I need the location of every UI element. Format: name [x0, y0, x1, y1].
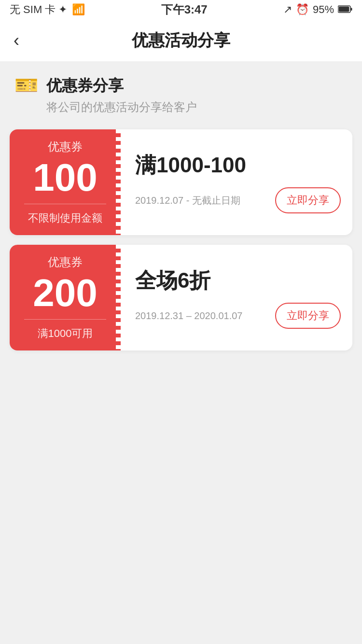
coupon-meta-1: 2019.12.07 - 无截止日期 立即分享 [135, 187, 341, 213]
status-bar: 无 SIM 卡 ✦ 📶 下午3:47 ↗ ⏰ 95% [0, 0, 362, 19]
section-title: 优惠券分享 [46, 75, 197, 97]
coupon-amount-2: 200 [33, 274, 97, 312]
coupon-meta-2: 2019.12.31 – 2020.01.07 立即分享 [135, 303, 341, 329]
coupon-divider-1 [24, 204, 106, 204]
wifi-icon: 📶 [72, 3, 85, 16]
back-button[interactable]: ‹ [14, 32, 19, 49]
coupon-left-1: 优惠券 100 不限制使用金额 [10, 129, 121, 235]
coupon-date-2: 2019.12.31 – 2020.01.07 [135, 310, 269, 322]
alarm-icon: ⏰ [296, 3, 309, 16]
status-right: ↗ ⏰ 95% [283, 3, 352, 16]
share-button-2[interactable]: 立即分享 [275, 303, 341, 329]
location-icon: ↗ [283, 3, 292, 16]
battery-icon [338, 3, 352, 16]
coupon-icon: 🎫 [14, 75, 39, 95]
section-header: 🎫 优惠券分享 将公司的优惠活动分享给客户 [0, 62, 362, 125]
svg-rect-1 [350, 8, 352, 11]
coupon-date-1: 2019.12.07 - 无截止日期 [135, 194, 269, 207]
status-left: 无 SIM 卡 ✦ 📶 [10, 2, 85, 17]
svg-rect-2 [338, 7, 349, 12]
empty-area [0, 355, 362, 597]
coupon-right-2: 全场6折 2019.12.31 – 2020.01.07 立即分享 [121, 245, 352, 350]
coupon-condition-2: 满1000可用 [38, 326, 93, 341]
share-button-1[interactable]: 立即分享 [275, 187, 341, 213]
battery-percentage: 95% [313, 3, 334, 16]
sim-icon: 无 SIM 卡 ✦ [10, 2, 67, 17]
coupon-condition-1: 不限制使用金额 [28, 211, 102, 225]
page-title: 优惠活动分享 [132, 29, 230, 52]
nav-bar: ‹ 优惠活动分享 [0, 19, 362, 62]
coupon-card-2: 优惠券 200 满1000可用 全场6折 2019.12.31 – 2020.0… [10, 245, 352, 350]
coupon-label-1: 优惠券 [48, 139, 83, 154]
coupon-divider-2 [24, 319, 106, 320]
coupon-label-2: 优惠券 [48, 254, 83, 270]
coupon-card-1: 优惠券 100 不限制使用金额 满1000-100 2019.12.07 - 无… [10, 129, 352, 235]
coupon-right-1: 满1000-100 2019.12.07 - 无截止日期 立即分享 [121, 129, 352, 235]
coupon-name-2: 全场6折 [135, 266, 341, 295]
coupon-name-1: 满1000-100 [135, 151, 341, 180]
coupon-list: 优惠券 100 不限制使用金额 满1000-100 2019.12.07 - 无… [0, 125, 362, 355]
coupon-amount-1: 100 [33, 158, 97, 197]
section-text: 优惠券分享 将公司的优惠活动分享给客户 [46, 75, 197, 115]
status-time: 下午3:47 [161, 2, 208, 17]
section-subtitle: 将公司的优惠活动分享给客户 [46, 99, 197, 115]
coupon-left-2: 优惠券 200 满1000可用 [10, 245, 121, 350]
